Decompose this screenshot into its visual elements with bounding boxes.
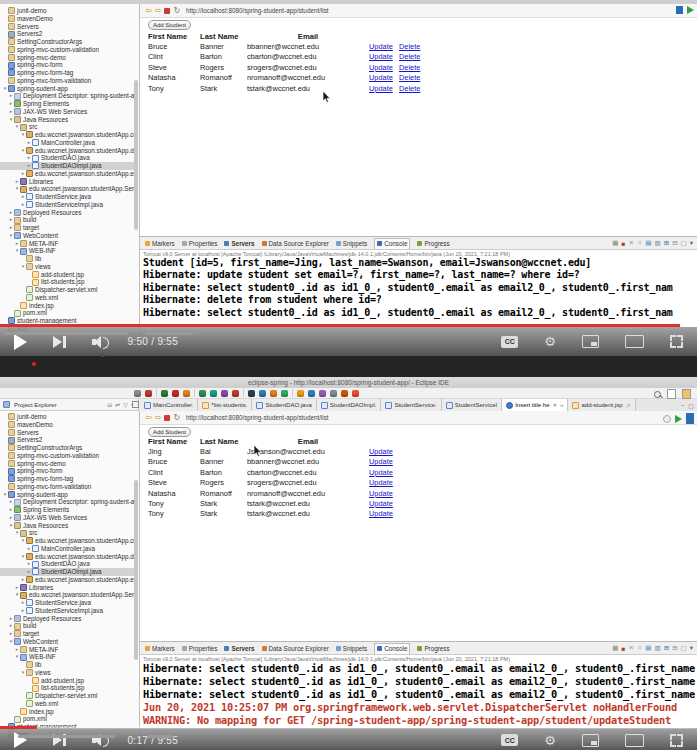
- console-action-icon[interactable]: ✕: [628, 644, 633, 652]
- console-tab-console[interactable]: Console: [374, 643, 410, 654]
- tree-item[interactable]: list-students.jsp: [0, 684, 134, 692]
- toolbar-icon[interactable]: [134, 390, 141, 397]
- fullscreen-icon[interactable]: [670, 335, 683, 348]
- tree-item[interactable]: ▸StudentDAO.java: [0, 560, 134, 568]
- tree-item[interactable]: ▾edu.wccnet.jswanson.studentApp.dao: [0, 553, 134, 561]
- tree-item[interactable]: spring-mvc-form: [0, 467, 134, 475]
- tree-item[interactable]: ▾edu.wccnet.jswanson.studentApp.controll…: [0, 131, 134, 139]
- toolbar-icon[interactable]: [270, 390, 277, 397]
- console-action-icon[interactable]: ▦: [612, 644, 618, 652]
- console-tab-properties[interactable]: Properties: [182, 240, 218, 247]
- tree-item[interactable]: ▸edu.wccnet.jswanson.studentApp.entity: [0, 170, 134, 178]
- toolbar-icon[interactable]: [183, 390, 190, 397]
- tree-item[interactable]: lib: [0, 661, 134, 669]
- tree-item[interactable]: ▾src: [0, 529, 134, 537]
- toolbar-icon[interactable]: [199, 390, 206, 397]
- tree-item[interactable]: pom.xml: [0, 715, 134, 723]
- delete-link[interactable]: Delete: [399, 73, 431, 82]
- console-action-icon[interactable]: ▢: [681, 239, 687, 247]
- tree-item[interactable]: Dispatcher-servlet.xml: [0, 286, 134, 294]
- tree-item[interactable]: pom.xml: [0, 309, 134, 317]
- tree-item[interactable]: ▾views: [0, 669, 134, 677]
- tree-item[interactable]: index.jsp: [0, 708, 134, 716]
- tree-item[interactable]: ▸build: [0, 622, 134, 630]
- tree-item[interactable]: mavenDemo: [0, 15, 134, 23]
- toolbar-icon[interactable]: [341, 390, 348, 397]
- toolbar-icon[interactable]: [145, 390, 152, 397]
- tree-item[interactable]: spring-mvc-form: [0, 61, 134, 69]
- console-tab-snippets[interactable]: Snippets: [336, 645, 368, 652]
- tree-item[interactable]: spring-mvc-custom-validation: [0, 452, 134, 460]
- editor-tab-maincontroller-[interactable]: MainController.: [140, 399, 198, 411]
- console-tab-servers[interactable]: Servers: [224, 240, 254, 247]
- tree-item[interactable]: ▸Spring Elements: [0, 100, 134, 108]
- tree-item[interactable]: ▸target: [0, 224, 134, 232]
- tree-item[interactable]: ▸Deployed Resources: [0, 209, 134, 217]
- tree-item[interactable]: SettingConstructorArgs: [0, 444, 134, 452]
- tree-item[interactable]: ▸Spring Elements: [0, 506, 134, 514]
- back-icon[interactable]: ⇦: [145, 4, 152, 17]
- maximize-view-icon[interactable]: ▢: [688, 402, 694, 409]
- console-tab-data-source-explorer[interactable]: Data Source Explorer: [262, 645, 329, 652]
- console-tab-properties[interactable]: Properties: [182, 645, 218, 652]
- console-action-icon[interactable]: ▤: [645, 644, 651, 652]
- update-link[interactable]: Update: [369, 52, 399, 61]
- minimize-view-icon[interactable]: ‒: [681, 402, 684, 408]
- tree-item[interactable]: ▸MainController.java: [0, 139, 134, 147]
- console-tab-progress[interactable]: Progress: [417, 240, 449, 247]
- console-action-icon[interactable]: ⊟: [672, 644, 677, 652]
- tree-item[interactable]: ▸JAX-WS Web Services: [0, 514, 134, 522]
- collapse-all-icon[interactable]: ⊟: [107, 401, 112, 408]
- tree-item[interactable]: Dispatcher-servlet.xml: [0, 692, 134, 700]
- update-link[interactable]: Update: [369, 447, 399, 456]
- update-link[interactable]: Update: [369, 84, 399, 93]
- filter-icon[interactable]: ▽: [123, 401, 128, 408]
- stop-icon[interactable]: [164, 8, 170, 14]
- volume-icon[interactable]: [92, 336, 110, 348]
- miniplayer-icon[interactable]: [582, 734, 599, 747]
- tree-item[interactable]: ▸target: [0, 630, 134, 638]
- settings-gear-icon[interactable]: ⚙: [544, 335, 556, 348]
- url-text[interactable]: http://localhost:8080/spring-student-app…: [186, 7, 328, 14]
- toolbar-icon[interactable]: [330, 390, 337, 397]
- toolbar-icon[interactable]: [259, 390, 266, 397]
- progress-bar[interactable]: [0, 324, 697, 327]
- tree-item[interactable]: ▾spring-sudent-app: [0, 85, 134, 93]
- search-icon[interactable]: [654, 391, 661, 398]
- editor-tab--list-students-[interactable]: *list-students.: [198, 399, 252, 411]
- page-icon[interactable]: [667, 389, 676, 399]
- close-icon[interactable]: ✕: [553, 402, 558, 408]
- tree-item[interactable]: ▾WEB-INF: [0, 247, 134, 255]
- tree-item[interactable]: add-student.jsp: [0, 271, 134, 279]
- tree-item[interactable]: spring-mvc-form-validation: [0, 483, 134, 491]
- console-action-icon[interactable]: ✕: [637, 239, 642, 247]
- toolbar-icon[interactable]: [232, 390, 239, 397]
- refresh-icon[interactable]: ↻: [173, 413, 180, 422]
- tree-item[interactable]: ▸Deployment Descriptor: spring-sudent-ap…: [0, 92, 134, 100]
- progress-bar[interactable]: [0, 726, 697, 729]
- run-icon[interactable]: [675, 415, 682, 423]
- play-icon[interactable]: [14, 334, 27, 350]
- update-link[interactable]: Update: [369, 457, 399, 466]
- stop-icon[interactable]: [164, 415, 170, 421]
- console-tab-snippets[interactable]: Snippets: [336, 240, 368, 247]
- refresh-icon[interactable]: ↻: [173, 6, 180, 15]
- tree-item[interactable]: ▾edu.wccnet.jswanson.studentApp.Service: [0, 591, 134, 599]
- forward-icon[interactable]: ⇨: [155, 411, 162, 424]
- toolbar-icon[interactable]: [161, 390, 168, 397]
- console-action-icon[interactable]: ▾: [690, 644, 693, 652]
- toolbar-icon[interactable]: [297, 390, 304, 397]
- tree-item[interactable]: web.xml: [0, 294, 134, 302]
- tree-item[interactable]: ▸StudentService.java: [0, 193, 134, 201]
- update-link[interactable]: Update: [369, 63, 399, 72]
- restore-editor-icon[interactable]: [132, 401, 139, 408]
- browser-option-icon[interactable]: [663, 415, 671, 423]
- tree-item[interactable]: ▸Libraries: [0, 178, 134, 186]
- fullscreen-icon[interactable]: [670, 734, 683, 747]
- tree-item[interactable]: ▸Deployed Resources: [0, 615, 134, 623]
- editor-tab-add-student-jsp[interactable]: add-student.jsp↗: [568, 399, 635, 411]
- tree-item[interactable]: ▾edu.wccnet.jswanson.studentApp.Service: [0, 185, 134, 193]
- maximize-badge[interactable]: [686, 413, 694, 424]
- toolbar-icon[interactable]: [248, 390, 255, 397]
- console-action-icon[interactable]: ⊞: [664, 239, 669, 247]
